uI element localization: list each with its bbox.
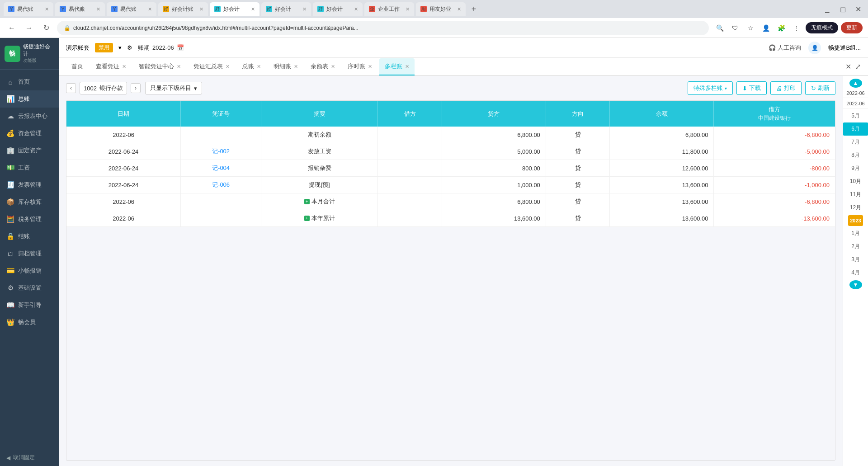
calendar-icon[interactable]: 📅 [177,44,184,51]
tab-voucher[interactable]: 查看凭证 ✕ [90,58,132,75]
date-nav-2023-month-4[interactable]: 4月 [843,266,868,279]
extension-icon-btn[interactable]: 🧩 [775,22,788,34]
sidebar-item-close[interactable]: 🔒 结账 [0,228,59,245]
tab-detail-close[interactable]: ✕ [294,64,298,70]
tab-sequence[interactable]: 序时账 ✕ [342,58,377,75]
tab-voucher-close[interactable]: ✕ [122,64,126,70]
date-nav-month-11[interactable]: 11月 [843,188,868,201]
browser-tab-9[interactable]: 用 用友好业 ✕ [416,2,466,16]
help-button[interactable]: 🎧 人工咨询 [769,44,801,52]
browser-tab-3[interactable]: Y 易代账 ✕ [107,2,156,16]
url-bar[interactable]: 🔒 cloud2.chanjet.com/accounting/uh26t264… [57,21,709,35]
close-button[interactable]: ✕ [852,3,864,15]
sidebar-item-expense[interactable]: 💳 小畅报销 [0,262,59,279]
profile-icon-btn[interactable]: 👤 [760,22,772,34]
tab-close-7[interactable]: ✕ [354,6,358,12]
settings-icon-btn[interactable]: ⚙ [127,44,132,51]
sidebar-footer[interactable]: ◀ 取消固定 [0,449,59,466]
tab-balance-close[interactable]: ✕ [331,64,335,70]
star-icon-btn[interactable]: ☆ [744,22,757,34]
tab-close-6[interactable]: ✕ [302,6,307,12]
sidebar-item-ledger[interactable]: 📊 总账 [0,90,59,108]
tab-sequence-close[interactable]: ✕ [368,64,372,70]
browser-tab-6[interactable]: 好 好会计 ✕ [261,2,311,16]
forward-button[interactable]: → [23,22,35,34]
tab-balance[interactable]: 余额表 ✕ [305,58,340,75]
update-button[interactable]: 更新 [841,22,863,33]
date-nav-month-9[interactable]: 9月 [843,162,868,175]
back-button[interactable]: ← [5,22,18,34]
tab-home[interactable]: 首页 [66,58,89,75]
sidebar-item-finance[interactable]: 💰 资金管理 [0,125,59,142]
sidebar-item-guide[interactable]: 📖 新手引导 [0,297,59,314]
sidebar-item-invoice[interactable]: 🧾 发票管理 [0,176,59,193]
date-nav-month-10[interactable]: 10月 [843,175,868,188]
sidebar-item-cloud-report[interactable]: ☁ 云报表中心 [0,108,59,125]
tab-close-8[interactable]: ✕ [406,6,410,12]
tab-general-close[interactable]: ✕ [257,64,261,70]
restore-button[interactable]: ◻ [836,3,849,15]
more-icon-btn[interactable]: ⋮ [790,22,803,34]
date-nav-scroll-down[interactable]: ▼ [849,280,862,289]
date-nav-2023-month-3[interactable]: 3月 [843,253,868,266]
tab-smart-close[interactable]: ✕ [177,64,181,70]
reload-button[interactable]: ↻ [40,22,52,34]
subject-next-button[interactable]: › [131,83,141,93]
minimize-panel-icon[interactable]: ✕ [845,62,851,71]
tab-close-1[interactable]: ✕ [45,6,49,12]
tab-close-4[interactable]: ✕ [199,6,203,12]
tab-close-9[interactable]: ✕ [457,6,461,12]
browser-tab-8[interactable]: 企 企业工作 ✕ [364,2,414,16]
search-icon-btn[interactable]: 🔍 [713,22,726,34]
sidebar-label-archive: 归档管理 [18,249,42,258]
sidebar-item-archive[interactable]: 🗂 归档管理 [0,245,59,262]
download-button[interactable]: ⬇ 下载 [736,81,767,95]
tab-summary[interactable]: 凭证汇总表 ✕ [188,58,235,75]
sidebar-item-salary[interactable]: 💵 工资 [0,159,59,176]
expand-panel-icon[interactable]: ⤢ [855,62,861,71]
browser-tab-1[interactable]: Y 易代账 ✕ [4,2,53,16]
sidebar-item-fixed-assets[interactable]: 🏢 固定资产 [0,142,59,159]
tab-summary-close[interactable]: ✕ [226,64,230,70]
tab-close-3[interactable]: ✕ [148,6,152,12]
user-avatar[interactable]: 👤 [808,42,821,54]
browser-tab-2[interactable]: Y 易代账 ✕ [55,2,105,16]
date-nav-month-5[interactable]: 5月 [843,109,868,122]
sidebar-item-inventory[interactable]: 📦 库存核算 [0,193,59,211]
tab-multiledger-close[interactable]: ✕ [405,64,409,70]
cell-voucher-3[interactable]: 记-004 [181,160,261,177]
subject-prev-button[interactable]: ‹ [66,83,76,93]
refresh-button[interactable]: ↻ 刷新 [805,81,835,95]
tab-detail[interactable]: 明细账 ✕ [268,58,303,75]
date-nav-month-12[interactable]: 12月 [843,201,868,214]
sidebar-item-settings[interactable]: ⚙ 基础设置 [0,279,59,297]
cell-voucher-2[interactable]: 记-002 [181,143,261,160]
browser-tab-5[interactable]: 好 好会计 ✕ [210,2,259,16]
tab-close-5[interactable]: ✕ [251,6,255,12]
tag-dropdown-icon[interactable]: ▾ [118,44,122,51]
tab-close-2[interactable]: ✕ [96,6,100,12]
cell-voucher-4[interactable]: 记-006 [181,177,261,193]
date-nav-month-8[interactable]: 8月 [843,149,868,162]
tab-multiledger[interactable]: 多栏账 ✕ [379,58,415,75]
incognito-button[interactable]: 无痕模式 [806,22,838,33]
date-nav-2023-month-2[interactable]: 2月 [843,240,868,253]
special-multiledger-button[interactable]: 特殊多栏账 ▾ [688,81,733,95]
subject-selector[interactable]: 1002 银行存款 [80,82,127,94]
browser-tab-7[interactable]: 好 好会计 ✕ [313,2,363,16]
minimize-button[interactable]: ⎯ [821,3,834,15]
browser-tab-4[interactable]: 好 好会计账 ✕ [158,2,208,16]
date-nav-month-7[interactable]: 7月 [843,136,868,149]
shield-icon-btn[interactable]: 🛡 [729,22,741,34]
sidebar-item-tax[interactable]: 🧮 税务管理 [0,211,59,228]
new-tab-button[interactable]: + [467,3,480,15]
date-nav-2023-month-1[interactable]: 1月 [843,227,868,240]
date-nav-scroll-up[interactable]: ▲ [849,79,862,88]
filter-selector[interactable]: 只显示下级科目 ▾ [145,82,202,94]
date-nav-month-6[interactable]: 6月 [843,122,868,136]
print-button[interactable]: 🖨 打印 [770,81,802,95]
tab-general[interactable]: 总账 ✕ [237,58,266,75]
sidebar-item-member[interactable]: 👑 畅会员 [0,314,59,331]
sidebar-item-home[interactable]: ⌂ 首页 [0,73,59,90]
tab-smart[interactable]: 智能凭证中心 ✕ [133,58,186,75]
